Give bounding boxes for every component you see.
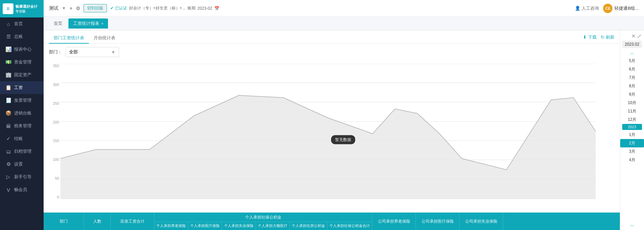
date-picker-year[interactable]: 2023.02	[622, 41, 642, 48]
tab-salary[interactable]: 工资统计报表 ×	[68, 18, 108, 29]
subtab-dept[interactable]: 部门工资统计表	[49, 33, 89, 44]
topbar-badges: ✔ 已认证 好会计（专）+好生意（标）+... 账期 2023-02 📅	[110, 5, 219, 11]
col-dept: 部门	[44, 213, 84, 230]
subtab-bar: 部门工资统计表 月份统计表 ⬇ 下载 ↻ 刷新	[44, 30, 620, 44]
checkout-icon: ✓	[5, 136, 11, 142]
download-btn[interactable]: ⬇ 下载	[583, 34, 597, 40]
date-month-7[interactable]: 7月	[620, 74, 644, 82]
service-icon: 👤	[575, 6, 580, 11]
date-month-9[interactable]: 9月	[620, 90, 644, 99]
guide-icon: ▷	[5, 174, 11, 180]
tabbar: 首页 工资统计报表 ×	[44, 17, 644, 30]
sidebar-item-vip[interactable]: V 畅会员	[0, 183, 44, 196]
service-btn[interactable]: 👤 人工咨询	[575, 5, 599, 11]
reports-icon: 📊	[5, 46, 11, 52]
svg-marker-8	[60, 95, 596, 199]
sidebar-item-ledger[interactable]: ☰ 总账	[0, 30, 44, 43]
dept-filter-label: 部门：	[49, 49, 62, 55]
date-picker-up[interactable]: ︿	[620, 49, 644, 57]
funds-icon: 💵	[5, 59, 11, 65]
date-month-1[interactable]: 1月	[620, 131, 644, 139]
date-month-5[interactable]: 5月	[620, 57, 644, 65]
col-company-pension: 公司承担养老保险	[372, 213, 416, 230]
assets-icon: 🏢	[5, 72, 11, 78]
sidebar-item-settings[interactable]: ⚙ 设置	[0, 158, 44, 171]
col-personal-housing: 个人承担住房公积金	[290, 222, 327, 230]
date-year-current: 2023	[622, 124, 642, 130]
sidebar: 云 畅康通好会计 专业版 ⌂ 首页 ☰ 总账 📊 报表中心 💵 资金管理 🏢 固…	[0, 0, 44, 230]
user-area[interactable]: CE 轻捷通B组...	[603, 4, 639, 13]
sales-icon: 📦	[5, 110, 11, 116]
sidebar-item-funds[interactable]: 💵 资金管理	[0, 56, 44, 68]
logo-icon: 云	[3, 3, 13, 14]
account-badges: 好会计（专）+好生意（标）+...	[129, 5, 185, 11]
col-company-unemployment: 公司承担失业保险	[460, 213, 503, 230]
certified-badge: ✔ 已认证	[110, 5, 127, 11]
main-area: 测试 ▼ + ⚙ 切到旧版 ✔ 已认证 好会计（专）+好生意（标）+... 账期…	[44, 0, 644, 230]
archive-icon: 🗂	[5, 149, 11, 154]
sidebar-item-guide[interactable]: ▷ 新手引导	[0, 171, 44, 183]
col-total-salary: 应发工资合计	[111, 213, 154, 230]
content-area: 部门工资统计表 月份统计表 ⬇ 下载 ↻ 刷新 部门： 全部	[44, 30, 644, 230]
title-dropdown-icon[interactable]: ▼	[62, 6, 66, 11]
date-picker-down[interactable]: ﹀	[620, 223, 644, 230]
settings-icon: ⚙	[5, 161, 11, 167]
date-month-10[interactable]: 10月	[620, 99, 644, 107]
calendar-icon[interactable]: 📅	[214, 6, 219, 11]
sidebar-item-sales[interactable]: 📦 进销台账	[0, 107, 44, 120]
personal-group-title: 个人承担社保公积金	[154, 213, 372, 222]
refresh-btn[interactable]: ↻ 刷新	[601, 34, 614, 40]
avatar: CE	[603, 4, 612, 13]
sidebar-item-reports[interactable]: 📊 报表中心	[0, 43, 44, 56]
salary-icon: 📋	[5, 85, 11, 91]
tab-close-icon[interactable]: ×	[101, 21, 103, 26]
refresh-icon: ↻	[601, 35, 604, 40]
col-personal-major-medical: 个人承担大额医疗	[256, 222, 290, 230]
download-icon: ⬇	[583, 35, 587, 40]
date-month-12[interactable]: 12月	[620, 116, 644, 124]
col-personal-medical: 个人承担医疗保险	[188, 222, 222, 230]
close-panel-icon[interactable]: ✕	[631, 33, 636, 39]
personal-group: 个人承担社保公积金 个人承担养老保险 个人承担医疗保险 个人承担失业保险 个人承…	[154, 213, 372, 230]
sidebar-item-checkout[interactable]: ✓ 结账	[0, 132, 44, 145]
sidebar-item-home[interactable]: ⌂ 首页	[0, 17, 44, 30]
sidebar-item-salary[interactable]: 📋 工资	[0, 81, 44, 94]
add-button[interactable]: +	[69, 5, 72, 11]
select-arrow-icon: ▼	[111, 50, 115, 55]
subtab-month[interactable]: 月份统计表	[89, 33, 120, 44]
app-logo: 云 畅康通好会计 专业版	[0, 0, 44, 17]
ledger-icon: ☰	[5, 34, 11, 40]
period-label: 账期	[187, 5, 196, 11]
dept-filter-select[interactable]: 全部 ▼	[65, 47, 119, 57]
table-header: 部门 人数 应发工资合计 个人承担社保公积金 个人承担养老保险 个人承担医疗保险…	[44, 213, 620, 230]
date-month-4[interactable]: 4月	[620, 156, 644, 164]
col-company-medical: 公司承担医疗保险	[416, 213, 460, 230]
logo-text: 畅康通好会计 专业版	[15, 4, 38, 13]
sidebar-item-invoice[interactable]: 🧾 发票管理	[0, 94, 44, 107]
filter-bar: 部门： 全部 ▼	[44, 44, 620, 60]
topbar: 测试 ▼ + ⚙ 切到旧版 ✔ 已认证 好会计（专）+好生意（标）+... 账期…	[44, 0, 644, 17]
date-month-8[interactable]: 8月	[620, 82, 644, 90]
invoice-icon: 🧾	[5, 97, 11, 103]
right-date-panel: ✕ ⤢ 2023.02 ︿ 5月 6月 7月 8月 9月 10月 11月 12月…	[620, 30, 644, 230]
expand-panel-icon[interactable]: ⤢	[637, 33, 641, 39]
home-icon: ⌂	[5, 21, 11, 27]
subtab-actions: ⬇ 下载 ↻ 刷新	[583, 34, 614, 42]
username: 轻捷通B组...	[614, 5, 639, 11]
date-month-2-active[interactable]: 2月	[620, 139, 644, 147]
sidebar-item-assets[interactable]: 🏢 固定资产	[0, 68, 44, 81]
panel-close-bar: ✕ ⤢	[620, 30, 644, 41]
period-value: 2023-02	[198, 6, 212, 11]
line-chart	[60, 64, 596, 199]
sidebar-item-tax[interactable]: 🏛 税务管理	[0, 120, 44, 132]
tab-home[interactable]: 首页	[49, 18, 67, 29]
sidebar-item-archive[interactable]: 🗂 归档管理	[0, 145, 44, 158]
chart-area: 350 300 250 200 150 100 50 0	[44, 60, 620, 213]
col-personal-unemployment: 个人承担失业保险	[222, 222, 256, 230]
date-month-11[interactable]: 11月	[620, 107, 644, 116]
personal-group-items: 个人承担养老保险 个人承担医疗保险 个人承担失业保险 个人承担大额医疗 个人承担…	[154, 222, 372, 230]
switch-old-btn[interactable]: 切到旧版	[84, 4, 107, 12]
gear-button[interactable]: ⚙	[76, 5, 80, 11]
date-month-6[interactable]: 6月	[620, 65, 644, 74]
date-month-3[interactable]: 3月	[620, 147, 644, 156]
